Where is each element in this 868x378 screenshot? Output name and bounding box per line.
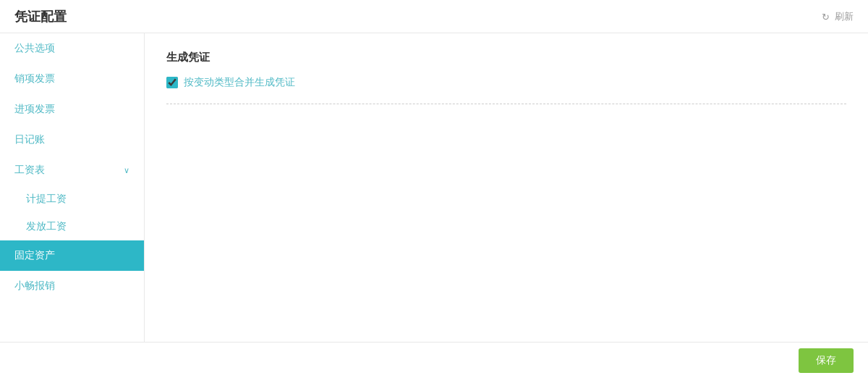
page-wrapper: 凭证配置 ↻ 刷新 公共选项 销项发票 进项发票 日记账 工资表 ∨: [0, 0, 868, 378]
sidebar-item-fixed-assets[interactable]: 固定资产: [0, 240, 144, 271]
section-divider: [166, 104, 846, 104]
sidebar-item-calc-salary[interactable]: 计提工资: [0, 185, 144, 213]
sidebar-item-public-options[interactable]: 公共选项: [0, 33, 144, 64]
sidebar-item-journal[interactable]: 日记账: [0, 125, 144, 155]
chevron-down-icon: ∨: [124, 166, 129, 175]
sidebar-item-label: 公共选项: [14, 42, 55, 55]
sidebar-item-expense-report[interactable]: 小畅报销: [0, 271, 144, 301]
sidebar-item-label: 工资表: [14, 164, 45, 177]
sidebar-item-label: 小畅报销: [14, 280, 55, 293]
sidebar-item-label: 销项发票: [14, 72, 55, 85]
sidebar-item-payroll[interactable]: 工资表 ∨: [0, 155, 144, 185]
main-content: 生成凭证 按变动类型合并生成凭证: [145, 33, 868, 342]
body-layout: 公共选项 销项发票 进项发票 日记账 工资表 ∨ 计提工资 发放工资 固定资: [0, 33, 868, 342]
section-title: 生成凭证: [166, 51, 846, 64]
sidebar-item-label: 日记账: [14, 133, 45, 146]
save-button[interactable]: 保存: [799, 348, 854, 373]
header: 凭证配置 ↻ 刷新: [0, 0, 868, 33]
refresh-label: 刷新: [835, 10, 854, 23]
sidebar-item-label: 发放工资: [26, 220, 67, 232]
sidebar-item-purchase-invoice[interactable]: 进项发票: [0, 94, 144, 125]
sidebar: 公共选项 销项发票 进项发票 日记账 工资表 ∨ 计提工资 发放工资 固定资: [0, 33, 145, 342]
checkbox-row: 按变动类型合并生成凭证: [166, 76, 846, 89]
sidebar-item-label: 进项发票: [14, 103, 55, 116]
sidebar-item-issue-salary[interactable]: 发放工资: [0, 213, 144, 240]
merge-voucher-checkbox[interactable]: [166, 77, 178, 88]
sidebar-item-label: 计提工资: [26, 193, 67, 204]
refresh-icon: ↻: [822, 12, 832, 22]
checkbox-label: 按变动类型合并生成凭证: [184, 76, 295, 89]
refresh-button[interactable]: ↻ 刷新: [822, 10, 854, 23]
sidebar-item-label: 固定资产: [14, 249, 55, 262]
sidebar-item-sales-invoice[interactable]: 销项发票: [0, 64, 144, 94]
page-title: 凭证配置: [14, 8, 67, 25]
footer: 保存: [0, 342, 868, 378]
